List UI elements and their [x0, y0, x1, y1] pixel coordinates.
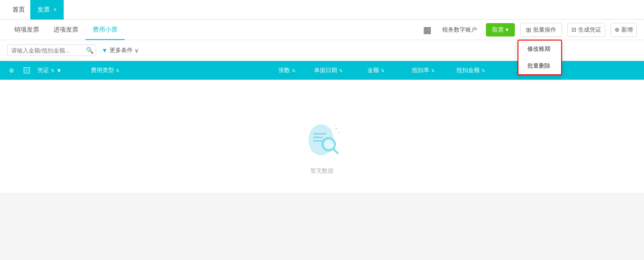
- date-sort-icon: ⇅: [339, 68, 342, 73]
- svg-point-10: [334, 125, 335, 126]
- tab-expense-receipt[interactable]: 费用小票: [86, 20, 125, 40]
- generate-voucher-label: 生成凭证: [578, 26, 601, 34]
- batch-op-wrapper: ⊞ 批量操作 修改账期 批量删除: [520, 23, 562, 37]
- th-expense-type[interactable]: 费用类型 ⇅: [87, 66, 275, 74]
- generate-voucher-icon: ⊟: [571, 26, 576, 33]
- search-icon[interactable]: 🔍: [86, 47, 94, 54]
- add-icon: ⊕: [615, 26, 620, 33]
- batch-op-label: 批量操作: [533, 26, 556, 34]
- batch-op-dropdown: 修改账期 批量删除: [518, 40, 562, 75]
- tab-sales-invoice[interactable]: 销项发票: [7, 20, 46, 40]
- empty-state: 暂无数据: [0, 80, 644, 193]
- filter-icon: ▼: [102, 47, 108, 54]
- home-tab[interactable]: 首页: [7, 6, 30, 14]
- deduct-rate-sort-icon: ⇅: [431, 68, 435, 73]
- deduct-amount-sort-icon: ⇅: [481, 68, 485, 73]
- th-date[interactable]: 单据日期 ⇅: [310, 66, 364, 74]
- tax-account-button[interactable]: 税务数字账户: [439, 26, 481, 34]
- th-deduct-rate[interactable]: 抵扣率 ⇅: [408, 66, 453, 74]
- search-wrap: 🔍: [7, 45, 96, 56]
- invoice-tab[interactable]: 发票 ×: [30, 0, 64, 20]
- checkbox-square: [24, 67, 30, 73]
- filter-arrow: ∨: [135, 47, 139, 54]
- qr-code-icon[interactable]: ▦: [421, 24, 433, 36]
- header-checkbox[interactable]: [20, 67, 34, 73]
- more-filter-button[interactable]: ▼ 更多条件 ∨: [102, 46, 139, 54]
- batch-op-button[interactable]: ⊞ 批量操作: [520, 23, 562, 37]
- change-period-item[interactable]: 修改账期: [518, 41, 561, 57]
- svg-point-6: [325, 140, 333, 148]
- generate-voucher-button[interactable]: ⊟ 生成凭证: [567, 23, 605, 37]
- empty-state-icon: [300, 115, 344, 160]
- search-input[interactable]: [11, 47, 86, 54]
- th-amount[interactable]: 金额 ⇅: [364, 66, 408, 74]
- count-sort-icon: ⇅: [292, 68, 295, 73]
- sub-nav-actions: ▦ 税务数字账户 取票 ▾ ⊞ 批量操作 修改账期 批量删除 ⊟ 生成凭证 ⊕ …: [421, 23, 637, 37]
- batch-op-icon: ⊞: [526, 26, 531, 33]
- take-ticket-arrow: ▾: [505, 26, 509, 33]
- amount-sort-icon: ⇅: [381, 68, 384, 73]
- tab-purchase-invoice[interactable]: 进项发票: [46, 20, 86, 40]
- svg-point-9: [338, 132, 340, 133]
- add-label: 新增: [621, 26, 633, 34]
- take-ticket-button[interactable]: 取票 ▾: [486, 23, 515, 37]
- invoice-tab-close[interactable]: ×: [53, 7, 57, 13]
- svg-rect-2: [313, 133, 326, 134]
- th-voucher[interactable]: 凭证 ⇅ ▼: [34, 66, 87, 74]
- top-bar: 首页 发票 ×: [0, 0, 644, 20]
- svg-line-7: [333, 149, 338, 153]
- voucher-filter-icon: ▼: [56, 67, 62, 74]
- sub-nav-tabs: 销项发票 进项发票 费用小票: [7, 20, 125, 40]
- batch-delete-item[interactable]: 批量删除: [518, 57, 561, 74]
- settings-icon[interactable]: ⚙: [4, 67, 20, 74]
- voucher-sort-icon: ⇅: [51, 68, 54, 73]
- more-filter-label: 更多条件: [110, 46, 133, 54]
- sub-nav: 销项发票 进项发票 费用小票 ▦ 税务数字账户 取票 ▾ ⊞ 批量操作 修改账期…: [0, 20, 644, 40]
- invoice-tab-label: 发票: [37, 6, 50, 14]
- take-ticket-label: 取票: [492, 26, 504, 34]
- add-button[interactable]: ⊕ 新增: [611, 23, 637, 37]
- svg-rect-3: [313, 137, 323, 138]
- svg-point-8: [335, 128, 337, 130]
- empty-state-label: 暂无数据: [310, 167, 334, 175]
- expense-type-sort-icon: ⇅: [116, 68, 119, 73]
- th-count[interactable]: 张数 ⇅: [275, 66, 310, 74]
